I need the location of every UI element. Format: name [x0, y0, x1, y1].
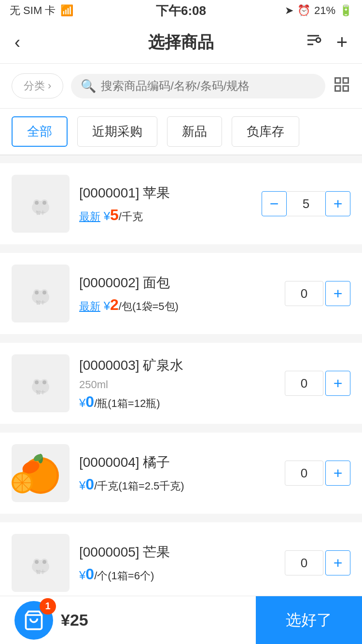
- cart-icon: [23, 610, 44, 631]
- qty-control: +: [285, 371, 350, 396]
- cart-total: ¥25: [61, 611, 88, 630]
- svg-point-24: [42, 380, 46, 384]
- svg-point-18: [42, 291, 46, 294]
- cart-badge: 1: [40, 598, 56, 615]
- product-thumbnail: 智十: [12, 265, 70, 322]
- owl-logo-icon: 智十: [26, 189, 55, 218]
- svg-text:智十: 智十: [36, 210, 45, 215]
- price-value: 2: [110, 296, 119, 313]
- nav-bar: ‹ 选择商品 +: [0, 21, 362, 64]
- svg-rect-6: [335, 86, 341, 91]
- divider: [0, 425, 362, 433]
- svg-rect-7: [343, 86, 348, 91]
- qty-increase-button[interactable]: +: [325, 461, 350, 486]
- svg-point-42: [35, 560, 39, 564]
- price-value: 0: [85, 393, 94, 410]
- product-thumbnail: [12, 444, 70, 502]
- svg-point-3: [316, 38, 320, 42]
- qty-input[interactable]: [285, 461, 323, 486]
- price-label: 最新: [79, 300, 100, 312]
- scan-icon[interactable]: [333, 76, 350, 97]
- price-unit: /千克(1箱=2.5千克): [94, 480, 184, 492]
- filter-icon[interactable]: [305, 31, 322, 53]
- svg-point-12: [42, 201, 46, 205]
- product-name: [0000002] 面包: [79, 274, 275, 292]
- tab-negative[interactable]: 负库存: [232, 116, 299, 147]
- status-right: ➤ ⏰ 21% 🔋: [285, 4, 352, 17]
- product-price: 最新 ¥2/包(1袋=5包): [79, 296, 275, 314]
- price-label: 最新: [79, 210, 100, 223]
- cart-section: 1 ¥25: [0, 601, 256, 640]
- chevron-right-icon: ›: [48, 80, 51, 92]
- product-name: [0000004] 橘子: [79, 453, 275, 472]
- qty-control: +: [285, 281, 350, 306]
- nav-right-actions: +: [305, 31, 348, 53]
- product-item: [0000004] 橘子 ¥0/千克(1箱=2.5千克) +: [0, 433, 362, 514]
- filter-tabs: 全部 近期采购 新品 负库存: [0, 109, 362, 155]
- battery-label: 21%: [314, 4, 335, 17]
- confirm-button[interactable]: 选好了: [256, 596, 362, 644]
- svg-text:智十: 智十: [36, 300, 45, 305]
- product-name: [0000001] 苹果: [79, 184, 252, 202]
- product-list: 智十 [0000001] 苹果 最新 ¥5/千克 − +: [0, 163, 362, 644]
- qty-decrease-button[interactable]: −: [262, 191, 287, 216]
- price-symbol: ¥: [79, 396, 85, 409]
- qty-input[interactable]: [285, 281, 323, 306]
- svg-text:智十: 智十: [36, 390, 45, 395]
- svg-point-17: [35, 291, 39, 294]
- price-symbol: ¥: [104, 299, 110, 312]
- search-input[interactable]: [101, 79, 316, 93]
- back-button[interactable]: ‹: [14, 32, 43, 53]
- location-icon: ➤: [285, 4, 293, 17]
- price-unit: /包(1袋=5包): [119, 300, 179, 312]
- orange-image: [12, 444, 70, 502]
- qty-control: − +: [262, 191, 350, 216]
- price-unit: /瓶(1箱=12瓶): [94, 397, 160, 409]
- status-left: 无 SIM 卡 📶: [10, 3, 73, 18]
- qty-increase-button[interactable]: +: [325, 191, 350, 216]
- svg-point-23: [35, 380, 39, 384]
- product-item: 智十 [0000005] 芒果 ¥0/个(1箱=6个) +: [0, 522, 362, 603]
- qty-input[interactable]: [285, 550, 323, 575]
- qty-control: +: [285, 461, 350, 486]
- product-info: [0000005] 芒果 ¥0/个(1箱=6个): [79, 543, 275, 583]
- product-price: ¥0/个(1箱=6个): [79, 565, 275, 583]
- alarm-icon: ⏰: [297, 4, 310, 17]
- product-info: [0000001] 苹果 最新 ¥5/千克: [79, 184, 252, 224]
- svg-text:智十: 智十: [36, 569, 45, 574]
- qty-increase-button[interactable]: +: [325, 550, 350, 575]
- tab-new[interactable]: 新品: [167, 116, 222, 147]
- product-thumbnail: 智十: [12, 534, 70, 592]
- owl-logo-icon: 智十: [26, 548, 55, 577]
- tab-all[interactable]: 全部: [12, 116, 68, 147]
- divider: [0, 335, 362, 343]
- svg-point-43: [42, 560, 46, 564]
- search-input-wrap: 🔍: [71, 74, 325, 98]
- qty-input[interactable]: [285, 371, 323, 396]
- bottom-bar: 1 ¥25 选好了: [0, 596, 362, 644]
- price-value: 0: [85, 476, 94, 493]
- wifi-icon: 📶: [60, 4, 73, 17]
- tab-recent[interactable]: 近期采购: [77, 116, 157, 147]
- product-info: [0000003] 矿泉水 250ml ¥0/瓶(1箱=12瓶): [79, 356, 275, 411]
- product-name: [0000005] 芒果: [79, 543, 275, 561]
- product-thumbnail: 智十: [12, 354, 70, 412]
- price-unit: /个(1箱=6个): [94, 570, 154, 582]
- category-button[interactable]: 分类 ›: [12, 73, 63, 98]
- qty-input[interactable]: [287, 191, 325, 216]
- product-price: ¥0/瓶(1箱=12瓶): [79, 393, 275, 411]
- price-symbol: ¥: [79, 569, 85, 582]
- page-title: 选择商品: [148, 31, 214, 54]
- add-button[interactable]: +: [336, 31, 348, 53]
- cart-icon-button[interactable]: 1: [14, 601, 53, 640]
- carrier-label: 无 SIM 卡: [10, 3, 56, 18]
- product-info: [0000002] 面包 最新 ¥2/包(1袋=5包): [79, 274, 275, 314]
- owl-logo-icon: 智十: [26, 279, 55, 308]
- battery-icon: 🔋: [339, 4, 352, 17]
- qty-increase-button[interactable]: +: [325, 281, 350, 306]
- price-symbol: ¥: [104, 210, 110, 223]
- qty-increase-button[interactable]: +: [325, 371, 350, 396]
- divider: [0, 515, 362, 522]
- owl-logo-icon: 智十: [26, 369, 55, 398]
- price-unit: /千克: [119, 210, 143, 223]
